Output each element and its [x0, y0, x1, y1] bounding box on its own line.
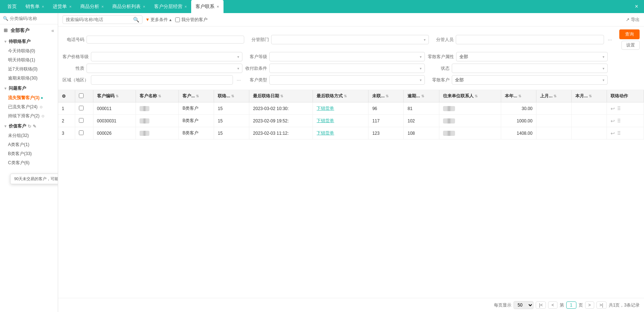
region-dots-btn[interactable]: ···: [235, 77, 242, 83]
query-button[interactable]: 查询: [619, 29, 640, 39]
sidebar-item-declining[interactable]: 持续下滑客户(2) ⊙: [0, 112, 58, 121]
phone-input[interactable]: [86, 36, 244, 44]
contact-icon[interactable]: ↩: [611, 118, 615, 124]
cell-last-date: 2023-03-02 10:30:: [249, 102, 313, 115]
dept-select[interactable]: ▾: [271, 35, 429, 44]
first-page-btn[interactable]: |<: [536, 301, 546, 309]
zero-retail-select[interactable]: 全部 ▾: [452, 75, 608, 85]
th-last-month[interactable]: 上月...⇅: [536, 90, 572, 102]
my-customers-checkbox[interactable]: [175, 17, 180, 22]
customer-type-select[interactable]: ▾: [269, 75, 425, 85]
sidebar-all-customers[interactable]: ⊞ 全部客户 «: [0, 24, 58, 37]
row-checkbox[interactable]: [79, 130, 84, 135]
th-this-year[interactable]: 本年...⇅: [501, 90, 536, 102]
row-checkbox[interactable]: [79, 106, 84, 110]
th-name[interactable]: 客户名称⇅: [136, 90, 179, 102]
tab-close-sales[interactable]: ×: [42, 4, 44, 9]
more-conditions-btn[interactable]: ▼ 更多条件 ▲: [145, 17, 172, 23]
tab-analysis-list[interactable]: 商品分析列表 ×: [108, 0, 149, 13]
filter-panel: 电话号码 分管部门 ▾ 分管人员 ···: [58, 27, 644, 90]
sidebar-item-ungrouped[interactable]: 未分组(32): [0, 131, 58, 140]
tab-customer-tier[interactable]: 客户分层经营 ×: [150, 0, 191, 13]
tab-sales[interactable]: 销售单 ×: [21, 0, 48, 13]
cell-checkbox[interactable]: [75, 127, 93, 139]
cell-last-method[interactable]: 下销货单: [313, 127, 369, 139]
person-select[interactable]: [456, 35, 604, 44]
sidebar-item-tomorrow[interactable]: 明天待联络(1): [0, 56, 58, 65]
contact-icon[interactable]: ↩: [611, 106, 615, 112]
grid-icon: ⊞: [4, 28, 8, 33]
next-page-btn[interactable]: >: [585, 301, 594, 309]
th-checkbox[interactable]: [75, 90, 93, 102]
tab-customer-contact[interactable]: 客户联系 ×: [191, 0, 223, 13]
tab-analysis[interactable]: 商品分析 ×: [76, 0, 108, 13]
nature-select[interactable]: ▾: [86, 64, 242, 73]
export-button[interactable]: ↗ 导出: [626, 17, 640, 23]
tab-close-analysis[interactable]: ×: [101, 4, 104, 9]
sidebar-group-problem-title[interactable]: ▼ 问题客户: [0, 84, 58, 93]
sidebar-item-class-c[interactable]: C类客户(6): [0, 158, 58, 167]
th-overdue[interactable]: 逾期...⇅: [404, 90, 439, 102]
region-select[interactable]: [91, 75, 233, 85]
th-not-contacted[interactable]: 未联...⇅: [369, 90, 404, 102]
tab-close-purchase[interactable]: ×: [69, 4, 71, 9]
filter-actions: 查询 设置: [619, 29, 640, 50]
refresh-icon[interactable]: ↻: [28, 124, 31, 129]
tab-home[interactable]: 首页: [3, 0, 21, 13]
th-code[interactable]: 客户编码⇅: [93, 90, 136, 102]
th-type[interactable]: 客户...⇅: [179, 90, 214, 102]
tab-purchase[interactable]: 进货单 ×: [48, 0, 76, 13]
th-last-method[interactable]: 最后联络方式⇅: [313, 90, 369, 102]
th-last-date[interactable]: 最后联络日期⇅: [249, 90, 313, 102]
cell-last-method[interactable]: 下销货单: [313, 115, 369, 127]
customer-level-select[interactable]: ▾: [269, 52, 425, 61]
sidebar-item-class-a[interactable]: A类客户(1): [0, 140, 58, 149]
filter-price-level: 客户价格等级 ▾: [63, 52, 242, 61]
sidebar-item-churned[interactable]: 已流失客户(24) ⊙: [0, 102, 58, 112]
sidebar-item-class-b[interactable]: B类客户(33): [0, 149, 58, 158]
th-contact-person[interactable]: 往来单位联系人⇅: [439, 90, 501, 102]
th-this-month[interactable]: 本月...⇅: [572, 90, 607, 102]
sidebar-collapse-btn[interactable]: «: [51, 28, 54, 33]
cell-checkbox[interactable]: [75, 115, 93, 127]
price-level-select[interactable]: ▾: [91, 52, 242, 61]
search-input[interactable]: [66, 17, 133, 22]
select-all-checkbox[interactable]: [79, 93, 84, 98]
sidebar-item-7days[interactable]: 近7天待联络(0): [0, 65, 58, 74]
tab-close-analysis-list[interactable]: ×: [143, 4, 145, 9]
status-chevron: ▾: [603, 66, 604, 70]
sidebar-item-overdue[interactable]: 逾期未联络(30): [0, 74, 58, 83]
sidebar-group-pending-title[interactable]: ▼ 待联络客户: [0, 37, 58, 46]
more-action-icon[interactable]: ⠿: [617, 106, 621, 112]
settings-button[interactable]: 设置: [621, 41, 640, 50]
row-checkbox[interactable]: [79, 118, 84, 123]
cell-this-year: 1000.00: [501, 115, 536, 127]
page-size-select[interactable]: 50 100: [514, 301, 534, 309]
last-page-btn[interactable]: >|: [596, 301, 607, 309]
sidebar-item-churn-warning[interactable]: 流失预警客户(3) ●: [0, 93, 58, 102]
th-contact[interactable]: 联络...⇅: [214, 90, 249, 102]
prev-page-btn[interactable]: <: [548, 301, 557, 309]
more-action-icon[interactable]: ⠿: [617, 130, 621, 136]
search-button[interactable]: 🔍: [133, 17, 139, 23]
edit-icon[interactable]: ✎: [33, 124, 36, 129]
more-action-icon[interactable]: ⠿: [617, 118, 621, 124]
sidebar-item-today[interactable]: 今天待联络(0): [0, 46, 58, 56]
sidebar-group-value-title[interactable]: ▼ 价值客户 ↻ ✎: [0, 121, 58, 131]
cell-checkbox[interactable]: [75, 102, 93, 115]
tab-close-customer-contact[interactable]: ×: [217, 4, 219, 9]
tab-close-customer-tier[interactable]: ×: [185, 4, 187, 9]
th-settings[interactable]: ⚙: [58, 90, 75, 102]
window-close-button[interactable]: ×: [632, 3, 641, 10]
sidebar-search-input[interactable]: [10, 16, 55, 21]
status-select[interactable]: ▾: [452, 64, 608, 73]
cell-code: 000026: [93, 127, 136, 139]
my-customers-checkbox-label[interactable]: 我分管的客户: [175, 17, 208, 23]
price-level-label: 客户价格等级: [63, 54, 89, 60]
cell-last-method[interactable]: 下销货单: [313, 102, 369, 115]
zero-attr-select[interactable]: 全部 ▾: [456, 52, 608, 61]
cell-last-month: [536, 127, 572, 139]
payment-select[interactable]: ▾: [269, 64, 425, 73]
person-dots-btn[interactable]: ···: [606, 37, 613, 42]
contact-icon[interactable]: ↩: [611, 130, 615, 136]
